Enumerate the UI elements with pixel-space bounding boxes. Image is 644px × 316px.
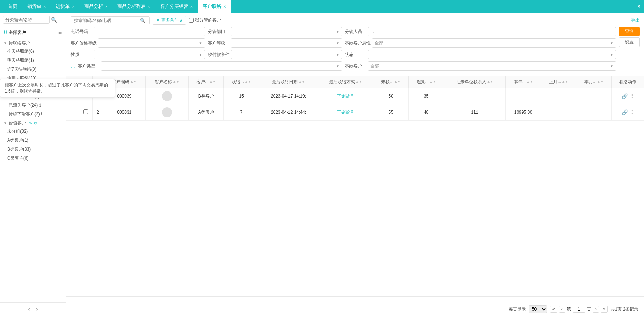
customer-type-select[interactable]: ▼ (101, 61, 342, 71)
row2-select-checkbox[interactable] (83, 109, 88, 114)
sidebar-item-tomorrow[interactable]: 明天待联络(1) (0, 56, 66, 65)
row1-last-method[interactable]: 下销货单 (318, 88, 373, 104)
sidebar-item-c-class[interactable]: C类客户(6) (0, 154, 66, 163)
window-close-icon[interactable]: × (637, 3, 640, 10)
nav-sales[interactable]: 销货单 × (22, 0, 51, 13)
sidebar-group-value[interactable]: ▼ 价值客户 ✎ ↻ (0, 119, 66, 127)
pay-terms-select[interactable]: ▼ (231, 50, 342, 59)
page-label-post: 页 (587, 306, 591, 312)
sidebar-group-value-arrow: ▼ (4, 121, 7, 125)
col-this-year[interactable]: 本年...▲▼ (506, 76, 541, 88)
col-this-month[interactable]: 本月...▲▼ (576, 76, 611, 88)
row1-action-link-icon[interactable]: 🔗 (622, 93, 628, 99)
col-last-date[interactable]: 最后联络日期▲▼ (259, 76, 318, 88)
query-button[interactable]: 查询 (619, 27, 640, 36)
nav-product-analysis-list-close[interactable]: × (148, 4, 150, 9)
sidebar-item-b-class[interactable]: B类客户(33) (0, 145, 66, 154)
col-contact[interactable]: 联络...▲▼ (224, 76, 259, 88)
nav-product-analysis-close[interactable]: × (105, 4, 107, 9)
top-nav: 首页 销货单 × 进货单 × 商品分析 × 商品分析列表 × 客户分层经营 × … (0, 0, 644, 13)
retail-customer-arrow-icon: ▼ (610, 64, 613, 68)
tooltip-box: 距客户上次交易时长，超过了此客户的平均交易周期的1.5倍，则视为异常。 (0, 79, 66, 98)
type-sort-icon: ▲▼ (209, 80, 216, 84)
sidebar-group-value-refresh-icon[interactable]: ↻ (34, 121, 37, 126)
export-btn[interactable]: ↑ 导出 (628, 17, 640, 23)
row2-action-link-icon[interactable]: 🔗 (622, 109, 628, 115)
prev-page-btn[interactable]: ‹ (559, 306, 565, 313)
sidebar-item-today[interactable]: 今天待联络(0) (0, 47, 66, 56)
nav-customer-segment-close[interactable]: × (190, 4, 193, 9)
row2-checkbox[interactable] (79, 104, 93, 121)
level-select[interactable]: ▼ (231, 38, 342, 48)
col-last-month[interactable]: 上月...▲▼ (541, 76, 576, 88)
sidebar-search-input[interactable] (3, 16, 50, 24)
dept-select[interactable]: ▼ (231, 27, 342, 36)
gender-select[interactable]: ▼ (94, 50, 205, 59)
row2-action-grid-icon[interactable]: ⠿ (630, 109, 634, 115)
search-icon[interactable]: 🔍 (140, 18, 145, 23)
nav-purchase-close[interactable]: × (72, 4, 74, 9)
sidebar-item-churned[interactable]: 已流失客户(24) ℹ (0, 101, 66, 110)
col-overdue[interactable]: 逾期...▲▼ (408, 76, 444, 88)
row1-action-grid-icon[interactable]: ⠿ (630, 93, 634, 99)
person-input[interactable]: ... (368, 27, 616, 36)
row1-uncontacted: 50 (373, 88, 408, 104)
tooltip-text: 距客户上次交易时长，超过了此客户的平均交易周期的1.5倍，则视为异常。 (5, 82, 66, 94)
first-page-btn[interactable]: « (550, 306, 557, 313)
page-size-select[interactable]: 50 10 20 100 (529, 305, 547, 313)
col-name[interactable]: 客户名称▲▼ (146, 76, 189, 88)
nav-purchase[interactable]: 进货单 × (51, 0, 79, 13)
sidebar-item-7days[interactable]: 近7天待联络(0) (0, 65, 66, 74)
sidebar-group-value-edit-icon[interactable]: ✎ (29, 121, 32, 126)
nav-home[interactable]: 首页 (3, 0, 22, 13)
last-month-sort-icon: ▲▼ (562, 80, 568, 84)
row2-contacts: 111 (444, 104, 506, 121)
sidebar-item-ungroup[interactable]: 未分组(32) (0, 127, 66, 136)
phone-input[interactable] (94, 27, 205, 36)
sidebar-group-pending[interactable]: ▼ 待联络客户 (0, 39, 66, 47)
ellipsis-icon[interactable]: ... (71, 63, 75, 69)
current-page-input[interactable] (573, 306, 585, 313)
search-input[interactable] (74, 18, 139, 23)
status-select[interactable]: ▼ (368, 50, 616, 59)
price-level-select[interactable]: ▼ (98, 38, 205, 48)
col-customer-type[interactable]: 客户...▲▼ (189, 76, 224, 88)
price-level-label: 客户价格等级 (71, 40, 97, 46)
row1-avatar (162, 91, 172, 101)
nav-product-analysis[interactable]: 商品分析 × (79, 0, 112, 13)
h-scrollbar[interactable] (66, 296, 644, 302)
nav-customer-contact-close[interactable]: × (223, 4, 226, 9)
row1-last-method-link[interactable]: 下销货单 (337, 94, 354, 99)
last-page-btn[interactable]: » (601, 306, 608, 313)
next-page-btn[interactable]: › (593, 306, 599, 313)
sidebar-collapse-icon[interactable]: ≫ (58, 30, 62, 36)
my-customers-checkbox[interactable] (189, 18, 194, 23)
retail-attr-select[interactable]: 全部 ▼ (372, 38, 616, 48)
nav-customer-segment[interactable]: 客户分层经营 × (155, 0, 198, 13)
nav-customer-contact[interactable]: 客户联络 × (198, 0, 231, 13)
filter-row2: 电话号码 分管部门 ▼ (71, 27, 342, 36)
col-contacts[interactable]: 往来单位联系人▲▼ (444, 76, 506, 88)
filter-middle: 分管人员 ... 零散客户属性 全部 ▼ (345, 27, 616, 73)
more-conditions-btn[interactable]: ▼ 更多条件 ∧ (153, 16, 186, 25)
sidebar-item-a-class[interactable]: A类客户(1) (0, 136, 66, 145)
sidebar-next-btn[interactable]: › (34, 304, 40, 315)
col-last-method[interactable]: 最后联络方式▲▼ (318, 76, 373, 88)
sidebar-prev-btn[interactable]: ‹ (27, 304, 32, 315)
retail-customer-select[interactable]: 全部 ▼ (368, 61, 616, 71)
export-icon: ↑ (628, 18, 630, 23)
settings-button[interactable]: 设置 (619, 37, 640, 47)
sidebar-search-icon[interactable]: 🔍 (51, 17, 57, 23)
row2-this-month (576, 104, 611, 121)
nav-sales-close[interactable]: × (43, 4, 46, 9)
nav-product-analysis-list[interactable]: 商品分析列表 × (112, 0, 155, 13)
row2-this-year: 10995.00 (506, 104, 541, 121)
col-uncontacted[interactable]: 未联...▲▼ (373, 76, 408, 88)
search-input-wrap[interactable]: 🔍 (71, 16, 150, 24)
contacts-sort-icon: ▲▼ (487, 80, 494, 84)
row2-last-method[interactable]: 下销货单 (318, 104, 373, 121)
sidebar-group-pending-label: 待联络客户 (9, 40, 30, 46)
row2-last-method-link[interactable]: 下销货单 (337, 110, 354, 115)
sidebar-item-declining[interactable]: 持续下滑客户(2) ℹ (0, 110, 66, 119)
row1-action: 🔗 ⠿ (612, 88, 644, 104)
